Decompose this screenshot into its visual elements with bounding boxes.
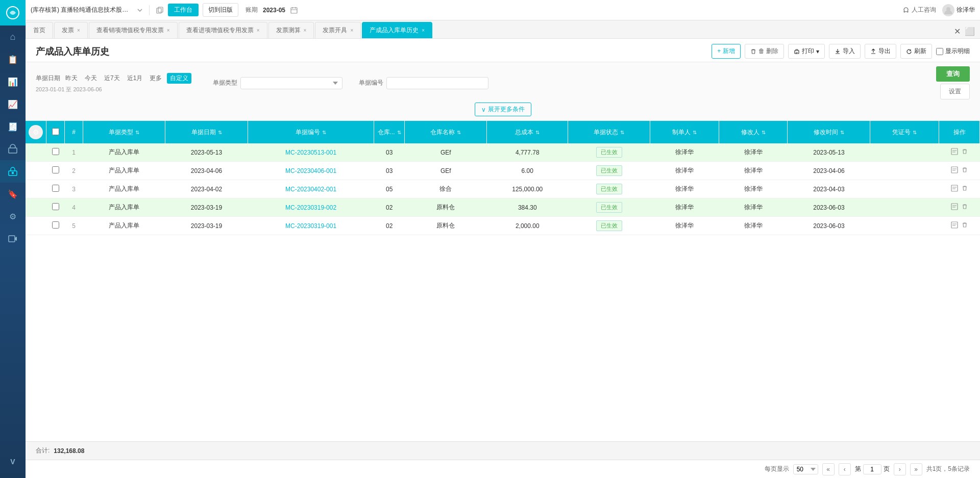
sidebar-item-tax[interactable]: 🧾	[0, 115, 26, 138]
first-page-button[interactable]: «	[822, 463, 835, 475]
page-number-input[interactable]	[863, 464, 881, 474]
sidebar-item-home[interactable]: ⌂	[0, 26, 26, 48]
col-settings[interactable]: ⚙	[26, 121, 46, 143]
col-total-cost[interactable]: 总成本⇅	[487, 121, 568, 143]
row-edit-icon[interactable]	[951, 148, 958, 157]
query-button[interactable]: 查询	[936, 66, 970, 82]
date-link-1month[interactable]: 近1月	[125, 73, 145, 84]
tab-invoice-open-close[interactable]: ×	[350, 28, 353, 33]
service-button[interactable]: 人工咨询	[902, 6, 936, 14]
row-delete-icon[interactable]	[961, 148, 968, 157]
row-number[interactable]: MC-20230402-001	[248, 180, 374, 198]
delete-button[interactable]: 🗑 删除	[745, 44, 784, 59]
row-delete-icon[interactable]	[961, 166, 968, 175]
app-logo[interactable]	[0, 0, 26, 26]
row-number[interactable]: MC-20230319-002	[248, 198, 374, 217]
sidebar-item-settings[interactable]: ⚙	[0, 205, 26, 228]
date-link-custom[interactable]: 自定义	[167, 73, 191, 84]
date-link-today[interactable]: 今天	[83, 73, 99, 84]
row-edit-icon[interactable]	[951, 221, 958, 230]
col-voucher[interactable]: 凭证号⇅	[870, 121, 939, 143]
expand-filter-button[interactable]: ∨ 展开更多条件	[475, 103, 531, 116]
row-edit-icon[interactable]	[951, 185, 958, 193]
row-select-checkbox[interactable]	[52, 148, 59, 155]
col-modifier[interactable]: 修改人⇅	[719, 121, 788, 143]
show-detail-checkbox[interactable]	[936, 48, 943, 55]
svg-rect-13	[795, 51, 799, 54]
number-filter-input[interactable]	[386, 77, 488, 89]
tab-check-purchase[interactable]: 查看进项增值税专用发票 ×	[179, 22, 267, 38]
tab-invoice-calc[interactable]: 发票测算 ×	[268, 22, 314, 38]
print-button[interactable]: 打印 ▾	[788, 44, 825, 59]
row-delete-icon[interactable]	[961, 203, 968, 212]
per-page-select[interactable]: 20 50 100	[793, 464, 818, 474]
row-number[interactable]: MC-20230406-001	[248, 162, 374, 180]
sidebar-item-inventory[interactable]	[0, 160, 26, 183]
table-row: 1 产品入库单 2023-05-13 MC-20230513-001 03 GE…	[26, 143, 980, 162]
tab-invoice-open[interactable]: 发票开具 ×	[315, 22, 361, 38]
tab-invoice[interactable]: 发票 ×	[54, 22, 88, 38]
row-number[interactable]: MC-20230319-001	[248, 217, 374, 235]
account-period-value: 2023-05	[263, 7, 285, 14]
sidebar-item-video[interactable]	[0, 228, 26, 250]
tab-check-sales-close[interactable]: ×	[167, 28, 170, 33]
tab-home[interactable]: 首页	[26, 22, 53, 38]
sidebar-item-doc[interactable]: 📋	[0, 48, 26, 70]
row-edit-icon[interactable]	[951, 203, 958, 212]
row-edit-icon[interactable]	[951, 166, 958, 175]
select-all-checkbox[interactable]	[52, 128, 59, 135]
tab-invoice-close[interactable]: ×	[77, 28, 80, 33]
col-status[interactable]: 单据状态⇅	[568, 121, 650, 143]
copy-icon[interactable]	[156, 6, 164, 14]
col-number[interactable]: 单据编号⇅	[248, 121, 374, 143]
settings-icon[interactable]: ⚙	[29, 125, 43, 139]
new-button[interactable]: + 新增	[712, 44, 740, 59]
last-page-button[interactable]: »	[910, 463, 922, 475]
row-delete-icon[interactable]	[961, 185, 968, 193]
sidebar-item-stamp[interactable]: 🔖	[0, 183, 26, 205]
sidebar-item-asset[interactable]	[0, 138, 26, 160]
tab-check-sales[interactable]: 查看销项增值税专用发票 ×	[89, 22, 178, 38]
next-page-button[interactable]: ›	[894, 463, 906, 475]
row-delete-icon[interactable]	[961, 221, 968, 230]
switch-version-button[interactable]: 切到旧版	[203, 3, 238, 17]
tab-check-purchase-close[interactable]: ×	[257, 28, 260, 33]
svg-rect-14	[951, 148, 958, 155]
row-select-checkbox[interactable]	[52, 203, 59, 210]
col-modify-time[interactable]: 修改时间⇅	[788, 121, 870, 143]
date-link-yesterday[interactable]: 昨天	[63, 73, 80, 84]
row-number[interactable]: MC-20230513-001	[248, 143, 374, 162]
username[interactable]: 徐泽华	[957, 6, 975, 14]
window-restore-icon[interactable]: ⬜	[965, 27, 975, 36]
user-info[interactable]: 徐泽华	[942, 4, 975, 16]
window-close-icon[interactable]: ✕	[954, 27, 961, 36]
date-link-7days[interactable]: 近7天	[102, 73, 122, 84]
row-creator: 徐泽华	[650, 217, 719, 235]
sidebar-item-chart[interactable]: 📈	[0, 93, 26, 115]
type-filter-select[interactable]: 产品入库单	[240, 77, 342, 89]
col-type[interactable]: 单据类型⇅	[83, 121, 165, 143]
tab-product-inbound[interactable]: 产成品入库单历史 ×	[362, 22, 432, 38]
col-creator[interactable]: 制单人⇅	[650, 121, 719, 143]
workbench-button[interactable]: 工作台	[168, 4, 199, 16]
row-select-checkbox[interactable]	[52, 221, 59, 229]
setting-button[interactable]: 设置	[940, 84, 970, 99]
tab-product-inbound-close[interactable]: ×	[422, 28, 425, 33]
col-date[interactable]: 单据日期⇅	[165, 121, 248, 143]
col-warehouse-name[interactable]: 仓库名称⇅	[405, 121, 487, 143]
import-button[interactable]: 导入	[829, 44, 861, 59]
row-select-checkbox[interactable]	[52, 185, 59, 192]
sidebar-item-version[interactable]: V	[0, 450, 26, 473]
sort-number-icon: ⇅	[322, 130, 326, 135]
calendar-icon[interactable]	[290, 7, 298, 14]
content-area: 产成品入库单历史 + 新增 🗑 删除 打印 ▾ 导入	[26, 39, 980, 478]
row-type: 产品入库单	[83, 180, 165, 198]
col-warehouse-code[interactable]: 仓库...⇅	[374, 121, 405, 143]
tab-invoice-calc-close[interactable]: ×	[304, 28, 307, 33]
export-button[interactable]: 导出	[865, 44, 896, 59]
prev-page-button[interactable]: ‹	[839, 463, 851, 475]
row-select-checkbox[interactable]	[52, 166, 59, 173]
date-link-more[interactable]: 更多	[148, 73, 164, 84]
refresh-button[interactable]: 刷新	[900, 44, 932, 59]
sidebar-item-book[interactable]: 📊	[0, 70, 26, 93]
